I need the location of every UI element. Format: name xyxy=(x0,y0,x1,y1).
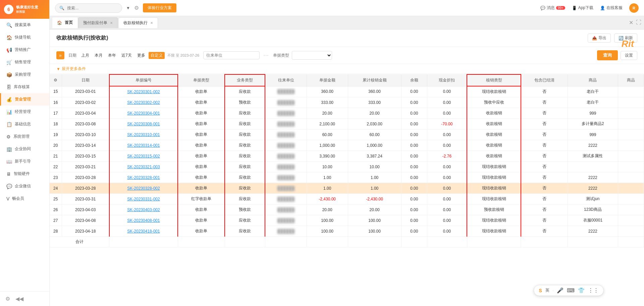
td-verify-type: 预收款核销 xyxy=(467,204,521,215)
td-doc-no[interactable]: SK-20230304-001 xyxy=(109,108,178,119)
th-doc-no: 单据编号 xyxy=(109,74,178,86)
apps-icon[interactable]: ⋮⋮ xyxy=(588,287,599,294)
sidebar-item-guide[interactable]: 📖新手引导 xyxy=(0,155,49,168)
tab-close-all-icon[interactable]: ✕ xyxy=(629,19,633,26)
td-goods1: 老白干 xyxy=(568,97,618,108)
td-biz-type: 应收款 xyxy=(225,162,265,172)
td-doc-no[interactable]: SK-20230301-002 xyxy=(109,86,178,97)
main-table: ⚙ 日期 单据编号 单据类型 业务类型 往来单位 单据金额 累计核销金额 余额 … xyxy=(50,74,644,247)
search-input[interactable] xyxy=(67,6,118,10)
td-doc-no[interactable]: SK-20230314-001 xyxy=(109,140,178,151)
shirt-icon[interactable]: 👕 xyxy=(578,287,585,294)
table-row: 15 2023-03-01 SK-20230301-002 收款单 应收款 ██… xyxy=(50,86,644,97)
voucher-type-label: 单据类型 xyxy=(273,53,289,58)
td-settled: 否 xyxy=(521,86,568,97)
td-amount: 20.00 xyxy=(307,204,348,215)
voucher-type-select[interactable] xyxy=(292,51,332,60)
tab-collection-close[interactable]: ✕ xyxy=(150,21,153,25)
td-accumulated: 1.00 xyxy=(348,183,401,194)
date-more-btn[interactable]: 更多 xyxy=(135,52,147,59)
td-biz-type: 应收款 xyxy=(225,183,265,194)
td-doc-no[interactable]: SK-20230328-001 xyxy=(109,172,178,183)
td-settled: 否 xyxy=(521,172,568,183)
sidebar-label-corp: 企业协同 xyxy=(15,146,31,152)
td-doc-no[interactable]: SK-20230331-002 xyxy=(109,194,178,204)
sidebar-item-purchase[interactable]: 📦采购管理 xyxy=(0,68,49,81)
sidebar-item-corp[interactable]: 🏢企业协同 xyxy=(0,143,49,155)
td-balance: 0.00 xyxy=(401,215,427,226)
header-dropdown[interactable]: ▼ xyxy=(126,6,130,10)
td-date: 2023-04-03 xyxy=(62,204,109,215)
collapse-icon[interactable]: ◀◀ xyxy=(15,296,23,302)
td-doc-type: 收款单 xyxy=(178,86,225,97)
tab-collection[interactable]: 收款核销执行 ✕ xyxy=(118,17,158,28)
td-doc-no[interactable]: SK-20230302-002 xyxy=(109,97,178,108)
sidebar-item-search[interactable]: 🔍搜索菜单 xyxy=(0,19,49,31)
query-btn[interactable]: 查询 xyxy=(597,50,618,60)
sidebar-item-system[interactable]: ⚙系统管理 xyxy=(0,130,49,143)
sidebar-item-sales[interactable]: 🛒销售管理 xyxy=(0,56,49,68)
app-download-label: App下载 xyxy=(578,5,593,11)
td-amount: 360.00 xyxy=(307,86,348,97)
td-doc-no[interactable]: SK-20230418-001 xyxy=(109,226,178,237)
sidebar-item-member[interactable]: V畅会员 xyxy=(0,192,49,205)
refresh-btn[interactable]: 🔄 刷新 xyxy=(614,34,637,43)
settings-icon[interactable]: ⚙ xyxy=(5,296,10,302)
td-doc-no[interactable]: SK-20230328-002 xyxy=(109,183,178,194)
messages-btn[interactable]: 💬 消息 99+ xyxy=(540,5,565,11)
online-service-btn[interactable]: 👤 在线客服 xyxy=(600,5,623,11)
sidebar-item-hardware[interactable]: 🖥智能硬件 xyxy=(0,168,49,180)
td-doc-no[interactable]: SK-20230403-002 xyxy=(109,204,178,215)
date-last-month-btn[interactable]: 上月 xyxy=(79,52,91,59)
solution-btn[interactable]: 体验行业方案 xyxy=(143,3,176,12)
sidebar-item-wechat[interactable]: 💬企业微信 xyxy=(0,180,49,192)
app-download-btn[interactable]: 📱 App下载 xyxy=(572,5,593,11)
date-this-year-btn[interactable]: 本年 xyxy=(106,52,118,59)
tab-prepayment[interactable]: 预付款应付单 ✕ xyxy=(78,17,118,28)
gear-icon[interactable]: ⚙ xyxy=(134,5,139,11)
date-custom-btn[interactable]: 自定义 xyxy=(149,52,165,59)
partner-filter-input[interactable] xyxy=(203,51,260,59)
footer-biz-type xyxy=(225,237,265,247)
tab-home[interactable]: 🏠 首页 xyxy=(52,17,77,28)
td-doc-no[interactable]: SK-20230321-003 xyxy=(109,162,178,172)
sidebar-item-marketing[interactable]: 📢营销推广 xyxy=(0,44,49,56)
expand-conditions-btn[interactable]: ▼ 展开更多条件 xyxy=(56,66,86,72)
export-btn[interactable]: 📤 导出 xyxy=(588,34,611,43)
tab-maximize-icon[interactable]: ⛶ xyxy=(636,19,641,26)
sidebar-item-inventory[interactable]: 🗄库存核算 xyxy=(0,81,49,93)
footer-doc-no xyxy=(109,237,178,247)
td-verify-type: 收款核销 xyxy=(467,129,521,140)
td-doc-no[interactable]: SK-20230408-001 xyxy=(109,215,178,226)
th-settings[interactable]: ⚙ xyxy=(50,74,62,86)
refresh-icon: 🔄 xyxy=(619,36,624,41)
grid-icon[interactable]: ⌨ xyxy=(567,287,575,294)
td-date: 2023-03-28 xyxy=(62,172,109,183)
filter-settings-btn[interactable]: 设置 xyxy=(621,51,637,60)
td-settled: 否 xyxy=(521,194,568,204)
td-doc-no[interactable]: SK-20230308-001 xyxy=(109,119,178,129)
td-discount: 0.00 xyxy=(427,129,467,140)
sidebar-item-finance[interactable]: 💰资金管理 xyxy=(0,93,49,106)
td-doc-no[interactable]: SK-20230310-001 xyxy=(109,129,178,140)
td-seq: 28 xyxy=(50,226,62,237)
filter-bar: » 日期 上月 本月 本年 近7天 更多 自定义 不限 至 2023-07-26… xyxy=(50,47,644,64)
td-amount: 333.00 xyxy=(307,97,348,108)
td-goods2 xyxy=(618,183,644,194)
sidebar-item-quicknav[interactable]: 🏠快捷导航 xyxy=(0,31,49,44)
inventory-icon: 🗄 xyxy=(6,84,11,90)
mobile-icon: 📱 xyxy=(572,6,577,10)
td-amount: 1.00 xyxy=(307,172,348,183)
sidebar-item-basic[interactable]: 📋基础信息 xyxy=(0,118,49,130)
td-doc-no[interactable]: SK-20230315-002 xyxy=(109,151,178,162)
header-search-box[interactable]: 🔍 xyxy=(55,3,122,13)
td-balance: 0.00 xyxy=(401,183,427,194)
date-7days-btn[interactable]: 近7天 xyxy=(119,52,134,59)
td-goods2 xyxy=(618,162,644,172)
filter-toggle-btn[interactable]: » xyxy=(56,51,64,59)
date-this-month-btn[interactable]: 本月 xyxy=(93,52,105,59)
td-biz-type: 应收款 xyxy=(225,129,265,140)
mic-icon[interactable]: 🎤 xyxy=(557,287,564,294)
sidebar-item-ops[interactable]: 📊经营管理 xyxy=(0,106,49,118)
tab-prepayment-close[interactable]: ✕ xyxy=(110,21,113,25)
